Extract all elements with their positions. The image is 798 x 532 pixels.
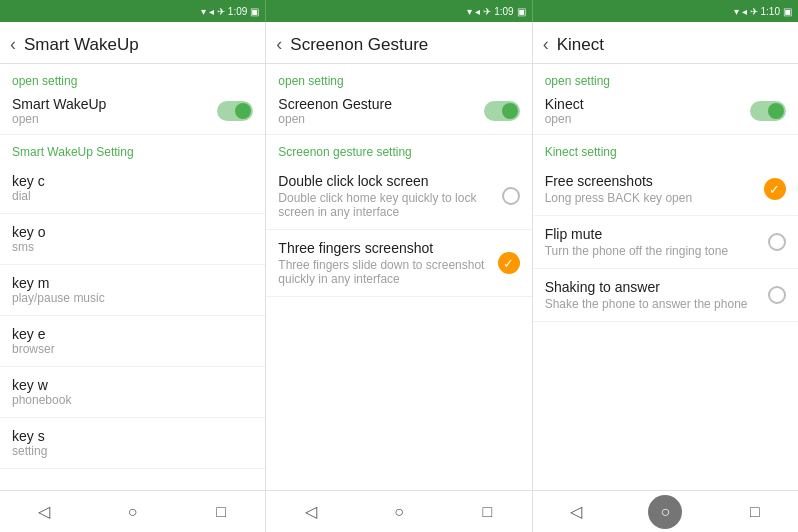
back-nav-btn-1[interactable]: ◁ [30,498,58,526]
panel-kinect: ‹ Kinect open setting Kinect open Kinect… [533,22,798,490]
screenon-toggle-label: Screenon Gesture [278,96,392,112]
key-m-title: key m [12,275,253,291]
free-screenshots-title: Free screenshots [545,173,764,189]
nav-segment-3: ◁ ○ □ [533,491,798,532]
shaking-to-answer-sub: Shake the phone to answer the phone [545,297,768,311]
panel-content-screenon: open setting Screenon Gesture open Scree… [266,64,531,490]
three-fingers-text: Three fingers screenshot Three fingers s… [278,240,497,286]
flip-mute-radio[interactable] [768,233,786,251]
screenon-toggle-row: Screenon Gesture open [266,92,531,135]
shaking-to-answer-title: Shaking to answer [545,279,768,295]
shaking-to-answer-radio[interactable] [768,286,786,304]
kinect-toggle-sub: open [545,112,584,126]
key-c-title: key c [12,173,253,189]
panel-header-kinect: ‹ Kinect [533,22,798,64]
status-bar-2: ▾◂✈1:09▣ [266,0,532,22]
key-e-title: key e [12,326,253,342]
shaking-to-answer-text: Shaking to answer Shake the phone to ans… [545,279,768,311]
kinect-toggle-row: Kinect open [533,92,798,135]
back-button-kinect[interactable]: ‹ [543,34,549,55]
nav-segment-2: ◁ ○ □ [266,491,532,532]
screenon-items-list: Double click lock screen Double click ho… [266,163,531,297]
back-nav-btn-2[interactable]: ◁ [297,498,325,526]
panel-title-screenon: Screenon Gesture [290,35,428,55]
nav-bar: ◁ ○ □ ◁ ○ □ ◁ ○ □ [0,490,798,532]
panel-title-kinect: Kinect [557,35,604,55]
key-m-item[interactable]: key m play/pause music [0,265,265,316]
status-bar-1: ▾◂✈1:09▣ [0,0,266,22]
flip-mute-sub: Turn the phone off the ringing tone [545,244,768,258]
smart-wakeup-toggle[interactable] [217,101,253,121]
double-click-lock-item[interactable]: Double click lock screen Double click ho… [266,163,531,230]
status-icons-3: ▾◂✈1:10▣ [734,6,792,17]
open-setting-label-3: open setting [533,64,798,92]
screenon-toggle[interactable] [484,101,520,121]
panel-smart-wakeup: ‹ Smart WakeUp open setting Smart WakeUp… [0,22,266,490]
recents-nav-btn-1[interactable]: □ [207,498,235,526]
panel-content-smart-wakeup: open setting Smart WakeUp open Smart Wak… [0,64,265,490]
three-fingers-screenshot-item[interactable]: Three fingers screenshot Three fingers s… [266,230,531,297]
panel-title-smart-wakeup: Smart WakeUp [24,35,139,55]
open-setting-label-1: open setting [0,64,265,92]
key-s-title: key s [12,428,253,444]
key-w-sub: phonebook [12,393,253,407]
key-o-sub: sms [12,240,253,254]
home-nav-btn-3[interactable]: ○ [648,495,682,529]
key-c-item[interactable]: key c dial [0,163,265,214]
double-click-lock-title: Double click lock screen [278,173,501,189]
panel-header-screenon: ‹ Screenon Gesture [266,22,531,64]
home-nav-btn-2[interactable]: ○ [385,498,413,526]
status-icons-2: ▾◂✈1:09▣ [467,6,525,17]
back-button-smart-wakeup[interactable]: ‹ [10,34,16,55]
three-fingers-check[interactable]: ✓ [498,252,520,274]
key-o-item[interactable]: key o sms [0,214,265,265]
smart-wakeup-section-label: Smart WakeUp Setting [0,135,265,163]
smart-wakeup-toggle-row: Smart WakeUp open [0,92,265,135]
smart-wakeup-keys-list: key c dial key o sms key m play/pause mu… [0,163,265,469]
kinect-section-label: Kinect setting [533,135,798,163]
panel-screenon-gesture: ‹ Screenon Gesture open setting Screenon… [266,22,532,490]
key-e-item[interactable]: key e browser [0,316,265,367]
double-click-lock-sub: Double click home key quickly to lock sc… [278,191,501,219]
smart-wakeup-toggle-sub: open [12,112,106,126]
panel-content-kinect: open setting Kinect open Kinect setting … [533,64,798,490]
key-w-title: key w [12,377,253,393]
three-fingers-title: Three fingers screenshot [278,240,497,256]
kinect-toggle-label: Kinect [545,96,584,112]
free-screenshots-item[interactable]: Free screenshots Long press BACK key ope… [533,163,798,216]
recents-nav-btn-2[interactable]: □ [473,498,501,526]
double-click-lock-text: Double click lock screen Double click ho… [278,173,501,219]
recents-nav-btn-3[interactable]: □ [741,498,769,526]
double-click-lock-radio[interactable] [502,187,520,205]
key-e-sub: browser [12,342,253,356]
key-w-item[interactable]: key w phonebook [0,367,265,418]
kinect-toggle[interactable] [750,101,786,121]
back-nav-btn-3[interactable]: ◁ [562,498,590,526]
screenon-section-label: Screenon gesture setting [266,135,531,163]
status-icons-1: ▾◂✈1:09▣ [201,6,259,17]
kinect-items-list: Free screenshots Long press BACK key ope… [533,163,798,322]
status-bar-3: ▾◂✈1:10▣ [533,0,798,22]
home-nav-btn-1[interactable]: ○ [119,498,147,526]
free-screenshots-text: Free screenshots Long press BACK key ope… [545,173,764,205]
open-setting-label-2: open setting [266,64,531,92]
screenon-toggle-sub: open [278,112,392,126]
key-m-sub: play/pause music [12,291,253,305]
key-o-title: key o [12,224,253,240]
back-button-screenon[interactable]: ‹ [276,34,282,55]
flip-mute-text: Flip mute Turn the phone off the ringing… [545,226,768,258]
three-fingers-sub: Three fingers slide down to screenshot q… [278,258,497,286]
smart-wakeup-toggle-label: Smart WakeUp [12,96,106,112]
panel-header-smart-wakeup: ‹ Smart WakeUp [0,22,265,64]
free-screenshots-sub: Long press BACK key open [545,191,764,205]
flip-mute-item[interactable]: Flip mute Turn the phone off the ringing… [533,216,798,269]
nav-segment-1: ◁ ○ □ [0,491,266,532]
shaking-to-answer-item[interactable]: Shaking to answer Shake the phone to ans… [533,269,798,322]
flip-mute-title: Flip mute [545,226,768,242]
key-s-item[interactable]: key s setting [0,418,265,469]
key-c-sub: dial [12,189,253,203]
key-s-sub: setting [12,444,253,458]
free-screenshots-check[interactable]: ✓ [764,178,786,200]
